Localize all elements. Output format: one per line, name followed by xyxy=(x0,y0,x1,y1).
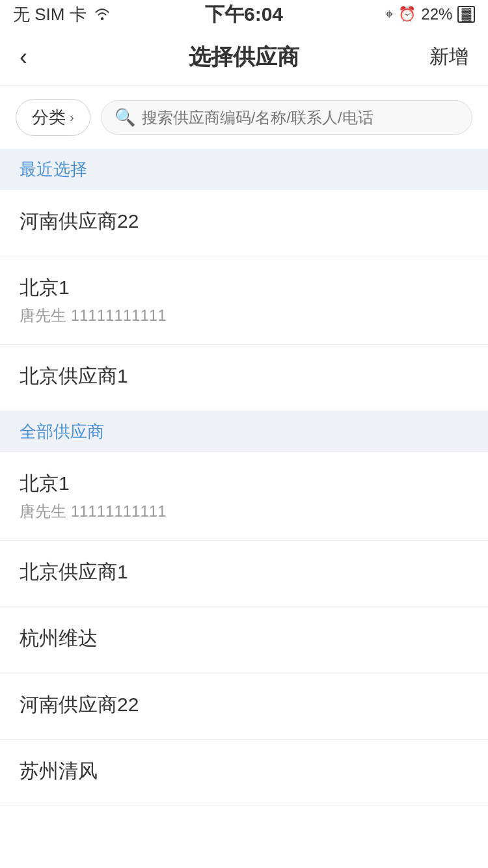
chevron-right-icon: › xyxy=(70,110,74,125)
recent-section-header: 最近选择 xyxy=(0,149,488,190)
filter-bar: 分类 › 🔍 xyxy=(0,86,488,149)
list-item[interactable]: 河南供应商22 xyxy=(0,190,488,256)
item-name: 北京供应商1 xyxy=(20,559,468,586)
list-item[interactable]: 苏州清风 xyxy=(0,740,488,806)
status-right: ⌖ ⏰ 22% ▓ xyxy=(385,5,475,23)
nav-bar: ‹ 选择供应商 新增 xyxy=(0,29,488,86)
status-left: 无 SIM 卡 xyxy=(13,3,111,26)
all-section-header: 全部供应商 xyxy=(0,411,488,452)
item-name: 河南供应商22 xyxy=(20,692,468,718)
item-name: 河南供应商22 xyxy=(20,208,468,235)
status-bar: 无 SIM 卡 下午6:04 ⌖ ⏰ 22% ▓ xyxy=(0,0,488,29)
no-sim-label: 无 SIM 卡 xyxy=(13,3,87,26)
item-name: 苏州清风 xyxy=(20,758,468,785)
location-icon: ⌖ xyxy=(385,6,393,23)
list-item[interactable]: 北京供应商1 xyxy=(0,541,488,607)
wifi-icon xyxy=(93,5,111,25)
item-name: 北京1 xyxy=(20,275,468,301)
item-contact: 唐先生 11111111111 xyxy=(20,305,468,326)
recent-list: 河南供应商22北京1唐先生 11111111111北京供应商1 xyxy=(0,190,488,411)
list-item[interactable]: 北京供应商1 xyxy=(0,345,488,411)
search-input[interactable] xyxy=(142,109,459,127)
search-icon: 🔍 xyxy=(115,107,135,128)
list-item[interactable]: 河南供应商22 xyxy=(0,673,488,740)
category-label: 分类 xyxy=(32,106,66,129)
item-name: 北京1 xyxy=(20,470,468,497)
back-button[interactable]: ‹ xyxy=(20,44,59,71)
item-name: 北京供应商1 xyxy=(20,363,468,390)
item-name: 杭州维达 xyxy=(20,625,468,652)
status-time: 下午6:04 xyxy=(205,1,283,28)
list-item[interactable]: 北京1唐先生 11111111111 xyxy=(0,452,488,541)
add-button[interactable]: 新增 xyxy=(429,44,468,70)
battery-label: 22% xyxy=(421,5,452,23)
alarm-icon: ⏰ xyxy=(398,6,416,23)
item-contact: 唐先生 11111111111 xyxy=(20,501,468,522)
category-filter[interactable]: 分类 › xyxy=(16,99,90,136)
page-title: 选择供应商 xyxy=(189,42,299,72)
list-item[interactable]: 杭州维达 xyxy=(0,607,488,673)
battery-icon: ▓ xyxy=(457,6,475,23)
list-item[interactable]: 北京1唐先生 11111111111 xyxy=(0,256,488,345)
search-box: 🔍 xyxy=(101,100,472,135)
all-list: 北京1唐先生 11111111111北京供应商1杭州维达河南供应商22苏州清风 xyxy=(0,452,488,806)
